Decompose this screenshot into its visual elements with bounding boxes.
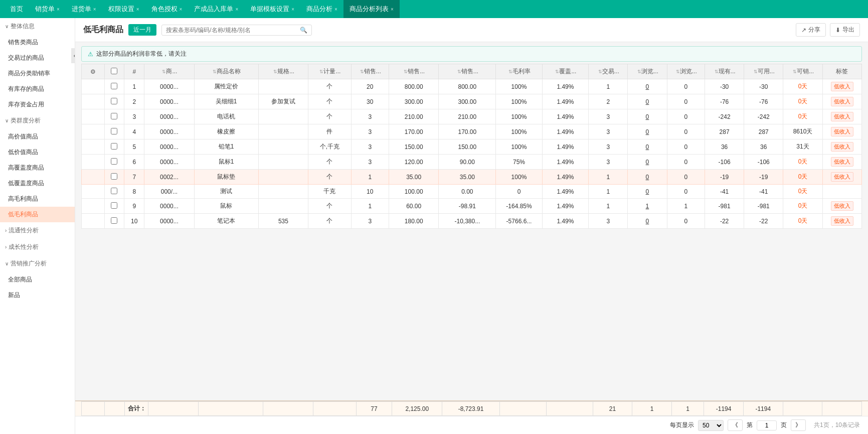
row-view1[interactable]: 0 xyxy=(628,214,667,229)
nav-home[interactable]: 首页 xyxy=(4,0,29,18)
th-checkbox[interactable] xyxy=(104,64,124,79)
view1-link[interactable]: 0 xyxy=(646,143,649,151)
select-all-checkbox[interactable] xyxy=(111,68,117,74)
table-row: 5 0000... 铅笔1 个,千克 3 150.00 150.00 100% … xyxy=(82,139,862,155)
row-checkbox[interactable] xyxy=(111,83,117,89)
view1-link[interactable]: 0 xyxy=(646,128,649,135)
export-button[interactable]: ⬇ 导出 xyxy=(830,23,860,37)
search-input[interactable] xyxy=(166,27,300,34)
sidebar-item-all-products[interactable]: 全部商品 xyxy=(0,272,75,287)
th-gross-margin[interactable]: ⇅毛利率 xyxy=(496,64,542,79)
nav-purchase-order[interactable]: 进货单 × xyxy=(66,0,102,18)
view1-link[interactable]: 0 xyxy=(646,83,649,90)
sidebar-item-new-products[interactable]: 新品 xyxy=(0,287,75,303)
row-gross-margin: 0 xyxy=(496,185,542,199)
th-code[interactable]: ⇅商... xyxy=(144,64,195,79)
nav-sales-order[interactable]: 销货单 × xyxy=(29,0,66,18)
next-page-button[interactable]: 》 xyxy=(791,419,806,431)
sidebar-group-cluster[interactable]: ∨ 类群度分析 xyxy=(0,112,75,129)
sidebar-item-high-margin[interactable]: 高毛利商品 xyxy=(0,191,75,207)
sidebar-item-high-value[interactable]: 高价值商品 xyxy=(0,129,75,144)
sidebar-item-in-stock[interactable]: 有库存的商品 xyxy=(0,81,75,97)
th-coverage[interactable]: ⇅覆盖... xyxy=(542,64,588,79)
row-checkbox[interactable] xyxy=(111,113,117,119)
close-icon[interactable]: × xyxy=(391,7,394,12)
search-icon[interactable]: 🔍 xyxy=(300,27,307,34)
row-checkbox[interactable] xyxy=(111,202,117,209)
sidebar-item-low-coverage[interactable]: 低覆盖度商品 xyxy=(0,176,75,191)
nav-roles[interactable]: 角色授权 × xyxy=(145,0,189,18)
sidebar-item-capital-usage[interactable]: 库存资金占用 xyxy=(0,97,75,112)
th-transaction[interactable]: ⇅交易... xyxy=(589,64,628,79)
sidebar-group-circulation[interactable]: › 流通性分析 xyxy=(0,222,75,239)
nav-product-analysis[interactable]: 商品分析 × xyxy=(300,0,343,18)
view1-link[interactable]: 0 xyxy=(646,98,649,105)
prev-page-button[interactable]: 《 xyxy=(728,419,743,431)
row-view1[interactable]: 0 xyxy=(628,185,667,199)
row-view1[interactable]: 0 xyxy=(628,155,667,170)
nav-permissions[interactable]: 权限设置 × xyxy=(102,0,145,18)
th-available-stock[interactable]: ⇅可用... xyxy=(744,64,783,79)
th-current-stock[interactable]: ⇅现有... xyxy=(705,64,744,79)
view1-link[interactable]: 0 xyxy=(646,159,649,166)
th-sales-amount[interactable]: ⇅销售... xyxy=(389,64,439,79)
row-view1[interactable]: 0 xyxy=(628,124,667,139)
row-view1[interactable]: 0 xyxy=(628,170,667,185)
th-sales-qty[interactable]: ⇅销售... xyxy=(351,64,389,79)
close-icon[interactable]: × xyxy=(291,7,294,12)
row-view1[interactable]: 0 xyxy=(628,139,667,155)
row-checkbox[interactable] xyxy=(111,188,117,194)
close-icon[interactable]: × xyxy=(57,7,60,12)
th-sales-profit[interactable]: ⇅销售... xyxy=(439,64,496,79)
th-saleable-days[interactable]: ⇅可销... xyxy=(783,64,822,79)
row-checkbox[interactable] xyxy=(111,98,117,104)
sidebar-item-high-coverage[interactable]: 高覆盖度商品 xyxy=(0,160,75,176)
row-view2: 0 xyxy=(667,94,705,109)
view1-link[interactable]: 1 xyxy=(646,203,649,210)
sidebar-group-marketing[interactable]: ∨ 营销推广分析 xyxy=(0,255,75,272)
page-size-select[interactable]: 50 100 200 xyxy=(698,420,724,431)
view1-link[interactable]: 0 xyxy=(646,113,649,120)
row-view1[interactable]: 0 xyxy=(628,79,667,94)
th-view1[interactable]: ⇅浏览... xyxy=(628,64,667,79)
close-icon[interactable]: × xyxy=(334,7,337,12)
nav-product-analysis-list[interactable]: 商品分析列表 × xyxy=(343,0,400,18)
close-icon[interactable]: × xyxy=(136,7,139,12)
row-view1[interactable]: 0 xyxy=(628,109,667,124)
share-button[interactable]: ↗ 分享 xyxy=(796,23,826,37)
sidebar-item-category-assist[interactable]: 商品分类助销率 xyxy=(0,66,75,81)
row-checkbox[interactable] xyxy=(111,217,117,224)
view1-link[interactable]: 0 xyxy=(646,218,649,225)
row-checkbox[interactable] xyxy=(111,158,117,165)
row-tags: 低收入 xyxy=(822,155,861,170)
sidebar-collapse-button[interactable]: « xyxy=(71,48,75,63)
th-view2[interactable]: ⇅浏览... xyxy=(667,64,705,79)
row-view1[interactable]: 1 xyxy=(628,199,667,214)
sidebar-group-overall[interactable]: ∨ 整体信息 xyxy=(0,18,75,35)
th-spec[interactable]: ⇅规格... xyxy=(258,64,308,79)
date-filter-button[interactable]: 近一月 xyxy=(128,24,156,36)
nav-template-settings[interactable]: 单据模板设置 × xyxy=(244,0,300,18)
th-settings[interactable]: ⚙ xyxy=(82,64,105,79)
th-unit[interactable]: ⇅计量... xyxy=(308,64,351,79)
view1-link[interactable]: 0 xyxy=(646,174,649,181)
th-tags[interactable]: 标签 xyxy=(822,64,861,79)
sidebar-item-sales-products[interactable]: 销售类商品 xyxy=(0,35,75,50)
close-icon[interactable]: × xyxy=(235,7,238,12)
row-view1[interactable]: 0 xyxy=(628,94,667,109)
row-view2: 0 xyxy=(667,109,705,124)
page-number-input[interactable] xyxy=(757,420,777,430)
th-name[interactable]: ⇅商品名称 xyxy=(194,64,258,79)
tag-badge: 低收入 xyxy=(831,216,853,226)
close-icon[interactable]: × xyxy=(93,7,96,12)
sidebar-item-low-margin[interactable]: 低毛利商品 xyxy=(0,207,75,222)
sidebar-item-traded-products[interactable]: 交易过的商品 xyxy=(0,50,75,66)
nav-product-stock[interactable]: 产成品入库单 × xyxy=(188,0,244,18)
view1-link[interactable]: 0 xyxy=(646,188,649,195)
close-icon[interactable]: × xyxy=(180,7,183,12)
sidebar-group-growth[interactable]: › 成长性分析 xyxy=(0,239,75,255)
row-checkbox[interactable] xyxy=(111,143,117,150)
row-checkbox[interactable] xyxy=(111,128,117,134)
sidebar-item-low-value[interactable]: 低价值商品 xyxy=(0,144,75,160)
row-checkbox[interactable] xyxy=(111,173,117,180)
